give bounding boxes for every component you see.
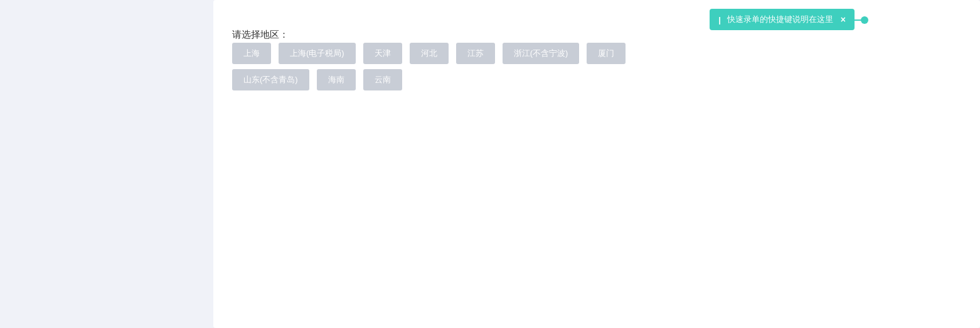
main-content: 请选择地区： 上海上海(电子税局)天津河北江苏浙江(不含宁波)厦门 山东(不含青… [213, 0, 980, 328]
tooltip-text: 快速录单的快捷键说明在这里 [727, 14, 833, 25]
region-button-xiamen[interactable]: 厦门 [587, 43, 626, 64]
region-buttons-row2: 山东(不含青岛)海南云南 [232, 69, 402, 90]
tooltip-banner: 快速录单的快捷键说明在这里 × [710, 9, 855, 30]
tooltip-line [850, 19, 862, 21]
tooltip-close-button[interactable]: × [841, 14, 846, 25]
left-sidebar [0, 0, 213, 328]
region-button-zhejiang[interactable]: 浙江(不含宁波) [503, 43, 580, 64]
tooltip-dot [861, 16, 868, 24]
region-button-shanghai-etax[interactable]: 上海(电子税局) [279, 43, 356, 64]
region-button-yunnan[interactable]: 云南 [363, 69, 402, 90]
region-button-hainan[interactable]: 海南 [317, 69, 356, 90]
page-label: 请选择地区： [232, 29, 289, 41]
region-button-jiangsu[interactable]: 江苏 [456, 43, 495, 64]
region-button-shandong[interactable]: 山东(不含青岛) [232, 69, 309, 90]
region-buttons-row1: 上海上海(电子税局)天津河北江苏浙江(不含宁波)厦门 [232, 43, 626, 64]
region-button-hebei[interactable]: 河北 [410, 43, 449, 64]
region-button-tianjin[interactable]: 天津 [363, 43, 402, 64]
region-button-shanghai[interactable]: 上海 [232, 43, 271, 64]
